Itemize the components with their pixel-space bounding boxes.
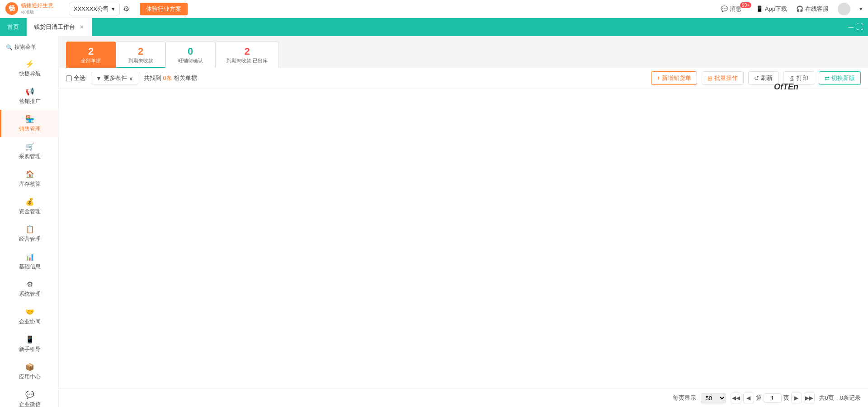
stat-tab-all[interactable]: 2 全部单据 xyxy=(66,42,116,68)
page-input[interactable] xyxy=(764,393,782,403)
company-selector[interactable]: XXXXXX公司 ▾ xyxy=(69,3,120,15)
page-label: 第 xyxy=(756,394,762,402)
message-btn[interactable]: 💬 消息 99+ xyxy=(721,5,747,13)
logo-sub: 标准版 xyxy=(21,9,53,15)
next-page-btn[interactable]: ▶ xyxy=(791,393,802,403)
online-service-label: 在线客服 xyxy=(805,5,829,13)
company-name: XXXXXX公司 xyxy=(74,5,109,13)
message-badge: 99+ xyxy=(740,2,751,8)
content-area: 2 全部单据 2 到期未收款 0 旺铺待确认 2 到期未收款 已出库 全选 xyxy=(59,36,868,407)
download-icon: 📱 xyxy=(756,5,763,12)
search-icon: 🔍 xyxy=(6,44,13,51)
tab-close-icon[interactable]: ✕ xyxy=(80,24,84,30)
basic-info-icon: 📊 xyxy=(25,252,34,261)
sidebar-label: 企业协同 xyxy=(19,318,41,326)
maximize-icon[interactable]: ⛶ xyxy=(856,23,863,31)
collab-icon: 🤝 xyxy=(25,307,34,316)
logo-icon: 畅 xyxy=(5,2,18,15)
sidebar-item-kuaijiedaohang[interactable]: ⚡ 快捷导航 xyxy=(0,55,58,82)
app-center-icon: 📦 xyxy=(25,362,34,371)
top-bar-right: 💬 消息 99+ 📱 App下载 🎧 在线客服 ▾ xyxy=(721,3,863,15)
stat-tab-overdue-shipped[interactable]: 2 到期未收款 已出库 xyxy=(215,42,279,68)
stat-tab-wangpu[interactable]: 0 旺铺待确认 xyxy=(165,42,215,68)
sidebar-label: 快捷导航 xyxy=(19,70,41,78)
inventory-icon: 🏠 xyxy=(25,169,34,178)
online-service-btn[interactable]: 🎧 在线客服 xyxy=(796,5,829,13)
purchase-icon: 🛒 xyxy=(25,142,34,151)
all-checkbox-input[interactable] xyxy=(66,75,72,81)
page-size-label: 每页显示 xyxy=(673,394,696,402)
management-icon: 📋 xyxy=(25,225,34,234)
sidebar-label: 资金管理 xyxy=(19,208,41,215)
avatar[interactable] xyxy=(838,3,850,15)
nav-tabs: 首页 钱货日清工作台 ✕ ─ ⛶ xyxy=(0,18,868,36)
sidebar-item-jichu[interactable]: 📊 基础信息 xyxy=(0,248,58,275)
sidebar-label: 经营管理 xyxy=(19,235,41,243)
select-all-checkbox[interactable]: 全选 xyxy=(66,74,85,82)
sidebar-label: 库存核算 xyxy=(19,180,41,188)
sidebar-label: 企业微信 xyxy=(19,401,41,407)
tab-workbench[interactable]: 钱货日清工作台 ✕ xyxy=(27,18,92,36)
settings-icon-btn[interactable]: ⚙ xyxy=(120,3,132,15)
often-label: OfTEn xyxy=(774,82,798,92)
sidebar-item-yingxiao[interactable]: 📢 营销推广 xyxy=(0,82,58,110)
guide-icon: 📱 xyxy=(25,335,34,344)
prev-page-btn[interactable]: ◀ xyxy=(743,393,754,403)
sidebar-item-kucun[interactable]: 🏠 库存核算 xyxy=(0,165,58,192)
experience-button[interactable]: 体验行业方案 xyxy=(140,3,188,15)
quick-nav-icon: ⚡ xyxy=(25,59,34,68)
sidebar-item-zijin[interactable]: 💰 资金管理 xyxy=(0,192,58,220)
filter-label: 更多条件 xyxy=(104,74,127,82)
sidebar-item-jingying[interactable]: 📋 经营管理 xyxy=(0,220,58,248)
sidebar-item-yingyong[interactable]: 📦 应用中心 xyxy=(0,358,58,385)
first-page-btn[interactable]: ◀◀ xyxy=(731,393,741,403)
stat-tab-overdue[interactable]: 2 到期未收款 xyxy=(116,42,165,68)
system-icon: ⚙ xyxy=(25,280,34,289)
add-sales-btn[interactable]: + 新增销货单 xyxy=(651,71,697,85)
app-download-btn[interactable]: 📱 App下载 xyxy=(756,5,787,13)
sidebar-item-xitong[interactable]: ⚙ 系统管理 xyxy=(0,275,58,303)
switch-new-btn[interactable]: ⇄ 切换新版 xyxy=(819,71,861,85)
sidebar-label: 系统管理 xyxy=(19,290,41,298)
batch-btn[interactable]: ⊞ 批量操作 xyxy=(702,71,744,85)
stat-label-overdue: 到期未收款 xyxy=(128,57,153,64)
toolbar: 全选 ▼ 更多条件 ∨ 共找到 0条 相关单据 + 新增销货单 ⊞ 批量操作 ↺ xyxy=(59,68,868,89)
stats-tabs: 2 全部单据 2 到期未收款 0 旺铺待确认 2 到期未收款 已出库 xyxy=(59,36,868,68)
sidebar-item-xinshouyindao[interactable]: 📱 新手引导 xyxy=(0,330,58,358)
sidebar-item-qiyexietong[interactable]: 🤝 企业协同 xyxy=(0,303,58,330)
sidebar-item-caigou[interactable]: 🛒 采购管理 xyxy=(0,137,58,165)
sidebar-search[interactable]: 🔍 搜索菜单 xyxy=(0,40,58,55)
tab-home-label: 首页 xyxy=(7,23,19,31)
table-area xyxy=(59,89,868,388)
page-suffix: 页 xyxy=(783,394,789,402)
page-size-select[interactable]: 50 100 200 xyxy=(701,393,726,403)
sidebar: 🔍 搜索菜单 ⚡ 快捷导航 📢 营销推广 🏪 销售管理 🛒 采购管理 🏠 库存核… xyxy=(0,36,59,407)
sidebar-label: 新手引导 xyxy=(19,346,41,353)
nav-tab-expand: ─ ⛶ xyxy=(844,18,868,36)
gear-icon: ⚙ xyxy=(123,5,129,13)
last-page-btn[interactable]: ▶▶ xyxy=(804,393,815,403)
stat-label-all: 全部单据 xyxy=(81,57,101,64)
tab-home[interactable]: 首页 xyxy=(0,18,27,36)
service-icon: 🎧 xyxy=(796,5,803,12)
minimize-icon[interactable]: ─ xyxy=(849,23,854,31)
print-icon: 🖨 xyxy=(789,75,795,82)
filter-btn[interactable]: ▼ 更多条件 ∨ xyxy=(91,72,138,84)
sidebar-label: 应用中心 xyxy=(19,373,41,381)
footer: 每页显示 50 100 200 ◀◀ ◀ 第 页 ▶ ▶▶ 共0页，0条记录 xyxy=(59,388,868,407)
chevron-icon: ∨ xyxy=(129,75,133,82)
found-suffix: 相关单据 xyxy=(174,75,197,81)
switch-icon: ⇄ xyxy=(825,75,830,82)
user-name[interactable]: ▾ xyxy=(859,5,863,12)
finance-icon: 💰 xyxy=(25,197,34,206)
marketing-icon: 📢 xyxy=(25,87,34,96)
wechat-icon: 💬 xyxy=(25,390,34,399)
refresh-icon: ↺ xyxy=(754,75,759,82)
stat-num-wangpu: 0 xyxy=(188,46,193,57)
found-text: 共找到 0条 相关单据 xyxy=(144,74,197,82)
sidebar-item-xiaoshou[interactable]: 🏪 销售管理 xyxy=(0,110,58,137)
sidebar-item-qiyeweixin[interactable]: 💬 企业微信 xyxy=(0,385,58,407)
toolbar-right: + 新增销货单 ⊞ 批量操作 ↺ 刷新 🖨 打印 ⇄ 切换新版 xyxy=(651,71,861,85)
sidebar-label: 销售管理 xyxy=(19,125,41,133)
filter-icon: ▼ xyxy=(96,75,102,82)
